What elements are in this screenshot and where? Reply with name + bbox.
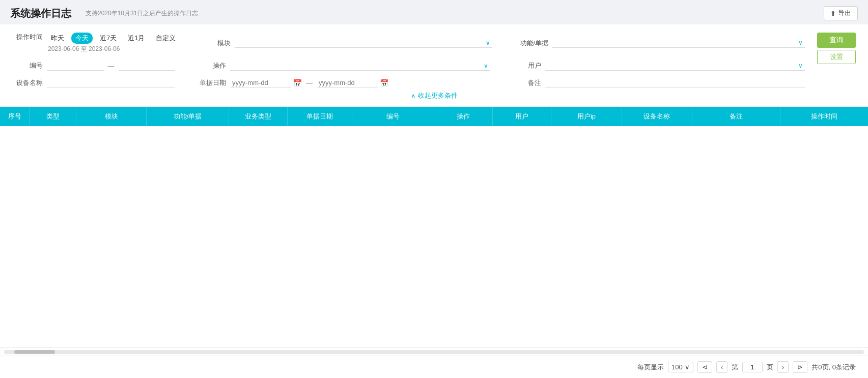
- time-btn-yesterday[interactable]: 昨天: [47, 33, 68, 44]
- number-dash: —: [108, 62, 115, 70]
- time-filter-group: 昨天 今天 近7天 近1月 自定义 2023-06-06 至 2023-06-0…: [47, 33, 180, 53]
- pagination: 每页显示 100 ∨ ⊲ ‹ 第 页 › ⊳ 共0页, 0条记录: [0, 356, 868, 378]
- user-label: 用户: [511, 61, 541, 70]
- time-btn-custom[interactable]: 自定义: [152, 33, 180, 44]
- remark-input[interactable]: [545, 78, 805, 88]
- time-btn-1month[interactable]: 近1月: [124, 33, 149, 44]
- date-dash: —: [306, 79, 313, 87]
- last-page-button[interactable]: ⊳: [793, 361, 807, 373]
- number-label: 编号: [12, 61, 43, 70]
- page-unit: 页: [767, 363, 773, 372]
- time-buttons: 昨天 今天 近7天 近1月 自定义: [47, 33, 180, 44]
- user-chevron-icon: ∨: [798, 62, 803, 69]
- settings-button[interactable]: 设置: [817, 50, 856, 64]
- page-input[interactable]: [742, 362, 763, 372]
- scroll-track[interactable]: [4, 350, 864, 354]
- collapse-label: 收起更多条件: [418, 91, 458, 100]
- col-operation: 操作: [434, 107, 492, 126]
- per-page-chevron-icon: ∨: [685, 363, 690, 371]
- col-user: 用户: [493, 107, 551, 126]
- user-select[interactable]: ∨: [545, 61, 805, 71]
- header-left: 系统操作日志 支持2020年10月31日之后产生的操作日志: [10, 7, 198, 20]
- per-page-select[interactable]: 100 ∨: [668, 362, 693, 372]
- device-label: 设备名称: [12, 78, 43, 88]
- action-buttons: 查询 设置: [817, 33, 856, 64]
- empty-area: [0, 126, 868, 289]
- page-subtitle: 支持2020年10月31日之后产生的操作日志: [86, 9, 198, 18]
- number-input-end[interactable]: [119, 61, 176, 71]
- col-biztype: 业务类型: [229, 107, 287, 126]
- export-button[interactable]: ⬆ 导出: [824, 6, 858, 20]
- module-chevron-icon: ∨: [486, 39, 490, 46]
- device-input[interactable]: [47, 78, 175, 88]
- page-wrapper: 系统操作日志 支持2020年10月31日之后产生的操作日志 ⬆ 导出 操作时间 …: [0, 0, 868, 378]
- time-btn-7days[interactable]: 近7天: [96, 33, 121, 44]
- date-end-calendar-icon[interactable]: 📅: [380, 79, 388, 87]
- operation-chevron-icon: ∨: [484, 62, 488, 69]
- export-icon: ⬆: [830, 10, 836, 17]
- col-remark: 备注: [692, 107, 780, 126]
- first-page-button[interactable]: ⊲: [697, 361, 712, 373]
- collapse-row: ∧ 收起更多条件: [12, 88, 856, 101]
- filter-fields-grid: 操作时间 昨天 今天 近7天 近1月 自定义 2023-06-06 至 2023…: [12, 33, 805, 88]
- time-label: 操作时间: [12, 33, 43, 42]
- export-label: 导出: [838, 9, 851, 18]
- total-info: 共0页, 0条记录: [811, 363, 856, 372]
- col-optime: 操作时间: [780, 107, 868, 126]
- module-label: 模块: [200, 39, 231, 48]
- col-date: 单据日期: [287, 107, 352, 126]
- col-module: 模块: [76, 107, 147, 126]
- function-select[interactable]: ∨: [552, 38, 805, 48]
- page-label: 第: [732, 363, 738, 372]
- col-device: 设备名称: [622, 107, 692, 126]
- filter-main-row: 操作时间 昨天 今天 近7天 近1月 自定义 2023-06-06 至 2023…: [12, 33, 856, 88]
- filter-row-1: 操作时间 昨天 今天 近7天 近1月 自定义 2023-06-06 至 2023…: [12, 33, 805, 53]
- date-start-calendar-icon[interactable]: 📅: [293, 79, 302, 87]
- data-table: 序号 类型 模块 功能/单据 业务类型 单据日期 编号 操作 用户 用户ip 设…: [0, 107, 868, 126]
- query-button[interactable]: 查询: [817, 33, 856, 48]
- next-page-button[interactable]: ›: [777, 361, 789, 373]
- col-function: 功能/单据: [147, 107, 229, 126]
- per-page-label: 每页显示: [637, 363, 664, 372]
- remark-label: 备注: [511, 78, 541, 88]
- scroll-bar-area[interactable]: [0, 347, 868, 356]
- col-userip: 用户ip: [551, 107, 622, 126]
- time-range-text: 2023-06-06 至 2023-06-06: [48, 45, 180, 53]
- col-type: 类型: [30, 107, 76, 126]
- function-chevron-icon: ∨: [798, 39, 803, 46]
- date-label: 单据日期: [195, 78, 226, 88]
- number-input-start[interactable]: [47, 61, 104, 71]
- filter-area: 操作时间 昨天 今天 近7天 近1月 自定义 2023-06-06 至 2023…: [0, 24, 868, 107]
- page-header: 系统操作日志 支持2020年10月31日之后产生的操作日志 ⬆ 导出: [0, 0, 868, 24]
- page-title: 系统操作日志: [10, 7, 71, 20]
- filter-row-3: 设备名称 单据日期 📅 — 📅 备注: [12, 78, 805, 88]
- table-header-row: 序号 类型 模块 功能/单据 业务类型 单据日期 编号 操作 用户 用户ip 设…: [0, 107, 868, 126]
- prev-page-button[interactable]: ‹: [716, 361, 727, 373]
- module-select[interactable]: ∨: [235, 38, 492, 48]
- table-wrapper: 序号 类型 模块 功能/单据 业务类型 单据日期 编号 操作 用户 用户ip 设…: [0, 107, 868, 347]
- collapse-chevron-icon: ∧: [411, 92, 416, 100]
- operation-select[interactable]: ∨: [230, 61, 490, 71]
- date-start-input[interactable]: [230, 78, 291, 88]
- operation-label: 操作: [195, 61, 226, 70]
- per-page-value: 100: [671, 363, 683, 371]
- time-btn-today[interactable]: 今天: [71, 33, 93, 44]
- function-label: 功能/单据: [513, 39, 548, 48]
- col-index: 序号: [0, 107, 30, 126]
- table-header: 序号 类型 模块 功能/单据 业务类型 单据日期 编号 操作 用户 用户ip 设…: [0, 107, 868, 126]
- date-end-input[interactable]: [317, 78, 378, 88]
- collapse-button[interactable]: ∧ 收起更多条件: [411, 91, 458, 100]
- col-number: 编号: [352, 107, 434, 126]
- scroll-thumb[interactable]: [14, 350, 55, 354]
- filter-row-2: 编号 — 操作 ∨ 用户: [12, 61, 805, 71]
